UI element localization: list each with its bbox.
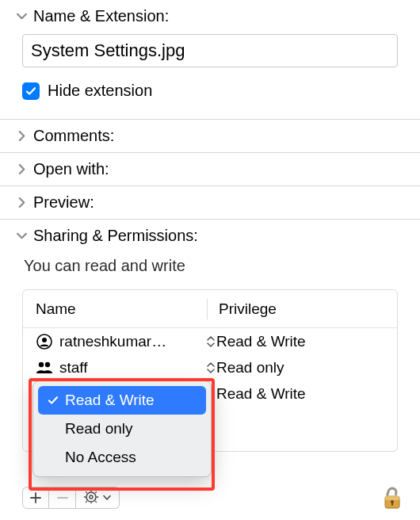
popup-item-read-only[interactable]: Read only	[38, 415, 206, 443]
group-icon	[36, 359, 53, 377]
chevron-down-icon	[103, 495, 111, 501]
row-name: staff	[59, 359, 88, 377]
stepper-icon	[207, 361, 215, 374]
section-open-with: Open with:	[0, 152, 420, 186]
lock-icon[interactable]	[382, 485, 403, 510]
chevron-right-icon	[14, 164, 29, 174]
privilege-select[interactable]: Read only	[207, 359, 397, 377]
popup-item-read-write[interactable]: Read & Write	[38, 386, 206, 415]
section-preview: Preview:	[0, 185, 420, 220]
table-row[interactable]: ratneshkumar… Read & Write	[23, 328, 397, 354]
section-title: Comments:	[33, 127, 114, 145]
popup-item-label: No Access	[65, 449, 136, 466]
row-privilege: Read & Write	[216, 333, 306, 350]
popup-item-label: Read & Write	[65, 392, 155, 409]
svg-point-3	[45, 361, 50, 366]
add-button[interactable]	[22, 487, 49, 509]
action-icon	[84, 489, 100, 507]
row-privilege: Read only	[216, 359, 284, 377]
popup-item-no-access[interactable]: No Access	[38, 443, 206, 472]
chevron-down-icon	[14, 11, 29, 21]
section-title: Sharing & Permissions:	[33, 227, 198, 245]
permission-status: You can read and write	[24, 257, 398, 275]
check-icon	[46, 395, 60, 406]
chevron-right-icon	[14, 131, 29, 141]
row-privilege: Read & Write	[216, 385, 306, 403]
section-header-comments[interactable]: Comments:	[0, 120, 420, 152]
row-name: ratneshkumar…	[59, 333, 166, 350]
svg-point-6	[86, 492, 96, 502]
action-menu-button[interactable]	[76, 487, 120, 509]
hide-extension-label: Hide extension	[48, 82, 152, 100]
chevron-right-icon	[14, 197, 29, 208]
column-header-privilege[interactable]: Privilege	[208, 300, 397, 318]
privilege-popup-menu: Read & Write Read only No Access	[32, 380, 212, 477]
svg-point-1	[42, 338, 47, 342]
section-header-open-with[interactable]: Open with:	[0, 153, 420, 185]
svg-point-2	[39, 361, 44, 366]
section-comments: Comments:	[0, 119, 420, 153]
table-row[interactable]: staff Read only	[23, 354, 397, 380]
section-title: Open with:	[33, 160, 109, 178]
user-icon	[36, 333, 53, 350]
permissions-table-header: Name Privilege	[23, 290, 397, 328]
section-name-extension: Name & Extension: Hide extension	[0, 0, 420, 120]
privilege-select[interactable]: Read & Write	[207, 385, 397, 403]
section-header-preview[interactable]: Preview:	[0, 186, 420, 219]
remove-button[interactable]	[49, 487, 76, 509]
filename-input[interactable]	[22, 34, 398, 67]
section-header-name-extension[interactable]: Name & Extension:	[0, 0, 420, 32]
svg-rect-11	[391, 502, 393, 506]
hide-extension-checkbox[interactable]	[22, 82, 40, 100]
permissions-toolbar	[22, 487, 120, 509]
popup-item-label: Read only	[65, 420, 133, 438]
svg-rect-9	[385, 496, 399, 500]
section-title: Preview:	[33, 193, 94, 212]
section-header-sharing[interactable]: Sharing & Permissions:	[0, 220, 420, 252]
stepper-icon	[207, 335, 215, 348]
section-title: Name & Extension:	[33, 7, 169, 25]
svg-point-7	[90, 495, 93, 499]
privilege-select[interactable]: Read & Write	[207, 333, 397, 350]
column-header-name[interactable]: Name	[23, 300, 207, 318]
chevron-down-icon	[14, 231, 29, 241]
